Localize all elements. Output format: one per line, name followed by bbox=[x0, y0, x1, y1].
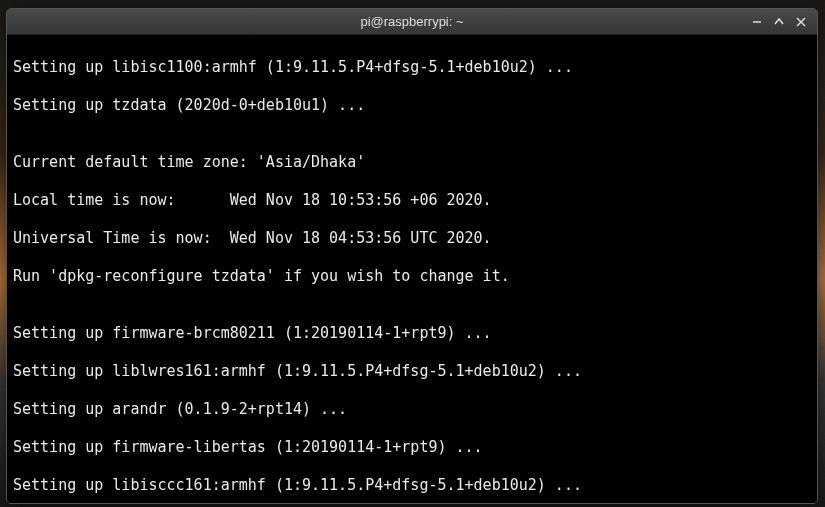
maximize-icon bbox=[774, 13, 784, 31]
terminal-output[interactable]: Setting up libisc1100:armhf (1:9.11.5.P4… bbox=[7, 35, 817, 503]
output-line: Setting up tzdata (2020d-0+deb10u1) ... bbox=[13, 96, 811, 115]
output-line: Setting up libisccc161:armhf (1:9.11.5.P… bbox=[13, 476, 811, 495]
output-line: Current default time zone: 'Asia/Dhaka' bbox=[13, 153, 811, 172]
minimize-button[interactable] bbox=[749, 14, 765, 30]
output-line: Setting up libisc1100:armhf (1:9.11.5.P4… bbox=[13, 58, 811, 77]
close-icon bbox=[796, 13, 806, 31]
minimize-icon bbox=[752, 13, 762, 31]
output-line: Setting up firmware-libertas (1:20190114… bbox=[13, 438, 811, 457]
maximize-button[interactable] bbox=[771, 14, 787, 30]
close-button[interactable] bbox=[793, 14, 809, 30]
titlebar[interactable]: pi@raspberrypi: ~ bbox=[7, 9, 817, 35]
output-line: Setting up arandr (0.1.9-2+rpt14) ... bbox=[13, 400, 811, 419]
output-line: Setting up firmware-brcm80211 (1:2019011… bbox=[13, 324, 811, 343]
window-controls bbox=[749, 14, 817, 30]
window-title: pi@raspberrypi: ~ bbox=[7, 14, 817, 29]
terminal-window: pi@raspberrypi: ~ Setting up libisc1100:… bbox=[6, 8, 818, 504]
output-line: Local time is now: Wed Nov 18 10:53:56 +… bbox=[13, 191, 811, 210]
output-line: Run 'dpkg-reconfigure tzdata' if you wis… bbox=[13, 267, 811, 286]
output-line: Universal Time is now: Wed Nov 18 04:53:… bbox=[13, 229, 811, 248]
output-line: Setting up liblwres161:armhf (1:9.11.5.P… bbox=[13, 362, 811, 381]
